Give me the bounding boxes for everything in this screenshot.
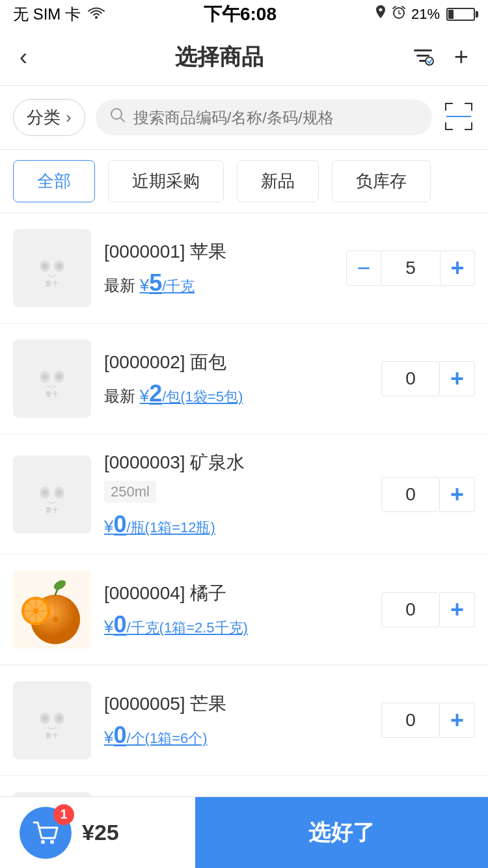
carrier-text: 无 SIM 卡 xyxy=(13,4,81,25)
filter-button[interactable] xyxy=(411,44,435,70)
svg-text:鲁十: 鲁十 xyxy=(46,390,59,398)
product-name: [0000001] 苹果 xyxy=(104,239,333,264)
svg-point-19 xyxy=(42,264,47,269)
search-icon xyxy=(109,106,127,129)
increase-button[interactable]: + xyxy=(440,703,475,738)
status-left: 无 SIM 卡 xyxy=(13,4,105,25)
quantity-input[interactable] xyxy=(381,592,440,627)
cart-icon-wrap[interactable]: 1 xyxy=(20,807,72,859)
svg-point-48 xyxy=(33,608,38,614)
product-info: [0000002] 面包 最新 ¥2/包(1袋=5包) xyxy=(104,350,368,407)
product-item: 鲁十 [0000002] 面包 最新 ¥2/包(1袋=5包) + xyxy=(0,324,488,433)
back-button[interactable]: ‹ xyxy=(20,44,27,71)
cart-badge: 1 xyxy=(53,804,74,825)
increase-button[interactable]: + xyxy=(440,361,475,396)
product-price: ¥0/千克(1箱=2.5千克) xyxy=(104,611,368,638)
cart-total: ¥25 xyxy=(82,820,119,845)
owl-logo: 鲁十 xyxy=(13,229,91,307)
svg-rect-3 xyxy=(416,55,429,57)
product-image: 鲁十 xyxy=(13,340,91,418)
filter-bar: 分类 › xyxy=(0,86,488,150)
product-list: 鲁十 [0000001] 苹果 最新 ¥5/千克 − + xyxy=(0,213,488,868)
scan-button[interactable] xyxy=(442,100,475,135)
price-value: 5 xyxy=(149,269,162,296)
owl-logo: 鲁十 xyxy=(13,455,91,534)
product-image: 鲁十 xyxy=(13,229,91,307)
quantity-input[interactable] xyxy=(381,361,440,396)
category-button[interactable]: 分类 › xyxy=(13,99,85,136)
tab-negative[interactable]: 负库存 xyxy=(332,160,431,202)
orange-image xyxy=(13,571,91,649)
svg-point-32 xyxy=(57,490,62,495)
product-image: 鲁十 xyxy=(13,681,91,759)
product-name: [0000003] 矿泉水 xyxy=(104,450,368,475)
bottom-bar: 1 ¥25 选好了 xyxy=(0,796,488,868)
svg-text:鲁十: 鲁十 xyxy=(46,280,59,287)
quantity-control: − + xyxy=(346,251,475,286)
svg-point-0 xyxy=(95,16,98,19)
increase-button[interactable]: + xyxy=(440,477,475,512)
product-title: 苹果 xyxy=(190,241,226,262)
svg-point-53 xyxy=(42,716,47,721)
category-label: 分类 xyxy=(27,106,61,129)
svg-point-49 xyxy=(53,617,58,622)
nav-left: ‹ xyxy=(20,44,27,71)
search-box xyxy=(96,100,432,135)
product-name: [0000005] 芒果 xyxy=(104,692,368,716)
tab-recent[interactable]: 近期采购 xyxy=(108,160,224,202)
svg-point-31 xyxy=(42,490,47,495)
category-chevron: › xyxy=(66,107,72,128)
location-icon xyxy=(375,5,386,23)
svg-point-25 xyxy=(42,374,47,379)
svg-point-20 xyxy=(57,264,62,269)
quantity-input[interactable] xyxy=(381,703,440,738)
cart-section: 1 ¥25 xyxy=(0,807,195,859)
product-image xyxy=(13,571,91,649)
product-info: [0000004] 橘子 ¥0/千克(1箱=2.5千克) xyxy=(104,581,368,638)
svg-text:鲁十: 鲁十 xyxy=(46,732,59,739)
price-yen: ¥ xyxy=(140,275,149,295)
status-bar: 无 SIM 卡 下午6:08 21% xyxy=(0,0,488,29)
increase-button[interactable]: + xyxy=(440,592,475,627)
quantity-control: + xyxy=(381,592,475,627)
cart-icon xyxy=(31,820,60,846)
svg-point-26 xyxy=(57,374,62,379)
product-name: [0000004] 橘子 xyxy=(104,581,368,606)
owl-logo: 鲁十 xyxy=(13,340,91,418)
product-price: 最新 ¥5/千克 xyxy=(104,269,333,297)
product-price: ¥0/个(1箱=6个) xyxy=(104,722,368,749)
price-prefix: 最新 xyxy=(104,277,140,294)
tab-all[interactable]: 全部 xyxy=(13,160,95,202)
quantity-control: + xyxy=(381,703,475,738)
status-time: 下午6:08 xyxy=(204,2,277,27)
product-code: [0000001] xyxy=(104,241,190,262)
svg-point-63 xyxy=(41,840,45,844)
scan-icon xyxy=(442,100,475,133)
search-input[interactable] xyxy=(133,109,419,127)
tab-new[interactable]: 新品 xyxy=(237,160,319,202)
nav-title: 选择商品 xyxy=(175,42,264,72)
battery-icon xyxy=(446,8,475,21)
svg-point-5 xyxy=(426,57,433,65)
price-unit: /千克 xyxy=(162,278,195,294)
wifi-icon xyxy=(87,5,105,23)
product-info: [0000001] 苹果 最新 ¥5/千克 xyxy=(104,239,333,297)
decrease-button[interactable]: − xyxy=(346,251,381,286)
svg-rect-2 xyxy=(414,49,432,51)
svg-rect-8 xyxy=(445,103,446,111)
product-item: 鲁十 [0000003] 矿泉水 250ml ¥0/瓶(1箱=12瓶) + xyxy=(0,435,488,554)
increase-button[interactable]: + xyxy=(440,251,475,286)
nav-bar: ‹ 选择商品 + xyxy=(0,29,488,86)
quantity-input[interactable] xyxy=(381,251,440,286)
product-spec: 250ml xyxy=(104,481,156,503)
quantity-input[interactable] xyxy=(381,477,440,512)
product-item: 鲁十 [0000001] 苹果 最新 ¥5/千克 − + xyxy=(0,213,488,323)
confirm-button[interactable]: 选好了 xyxy=(195,797,488,869)
quantity-control: + xyxy=(381,361,475,396)
status-right: 21% xyxy=(375,5,475,23)
product-name: [0000002] 面包 xyxy=(104,350,368,375)
product-info: [0000005] 芒果 ¥0/个(1箱=6个) xyxy=(104,692,368,749)
add-button[interactable]: + xyxy=(454,43,468,71)
svg-point-64 xyxy=(50,840,54,844)
quantity-control: + xyxy=(381,477,475,512)
